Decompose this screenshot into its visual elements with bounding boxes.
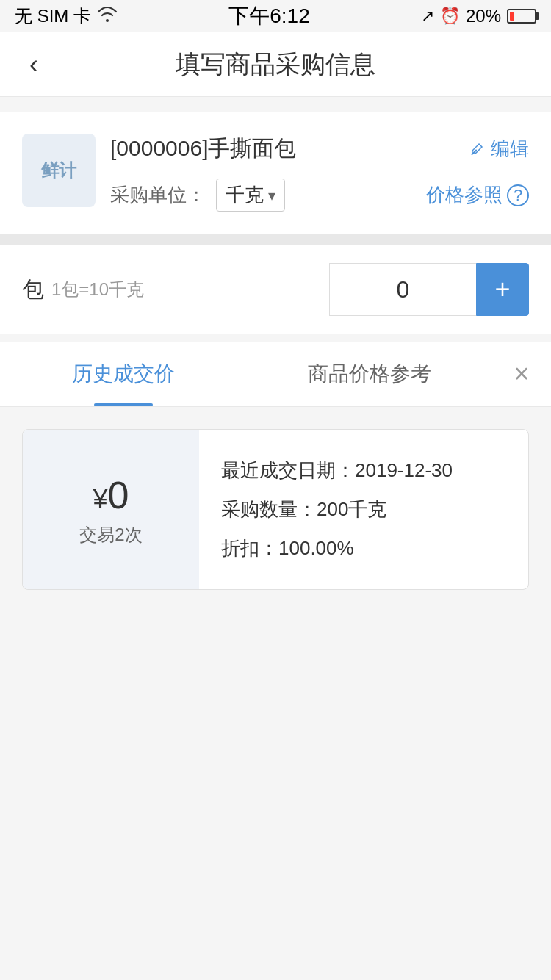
- product-unit-row: 采购单位： 千克 ▾ 价格参照 ?: [110, 179, 529, 212]
- unit-group: 采购单位： 千克 ▾: [110, 179, 285, 212]
- location-icon: ↗: [421, 7, 434, 26]
- quantity-input[interactable]: [329, 263, 476, 316]
- price-amount: ¥0: [93, 473, 129, 517]
- price-card-right: 最近成交日期：2019-12-30 采购数量：200千克 折扣：100.00%: [199, 430, 528, 589]
- nav-bar: ‹ 填写商品采购信息: [0, 32, 551, 97]
- price-card: ¥0 交易2次 最近成交日期：2019-12-30 采购数量：200千克 折扣：…: [22, 429, 529, 590]
- edit-button[interactable]: 编辑: [469, 136, 529, 162]
- status-right: ↗ ⏰ 20%: [421, 6, 536, 26]
- product-info: [0000006]手撕面包 编辑 采购单位： 千克 ▾ 价格参照 ?: [110, 134, 529, 212]
- back-button[interactable]: ‹: [22, 42, 46, 87]
- battery-icon: [507, 9, 536, 24]
- product-name: [0000006]手撕面包: [110, 134, 296, 164]
- product-card: 鲜计 [0000006]手撕面包 编辑 采购单位： 千克 ▾: [0, 112, 551, 234]
- price-card-left: ¥0 交易2次: [23, 430, 199, 589]
- quantity-plus-button[interactable]: +: [476, 263, 529, 316]
- status-time: 下午6:12: [228, 2, 310, 30]
- quantity-label: 包 1包=10千克: [22, 275, 144, 305]
- tab-active-indicator: [94, 403, 153, 406]
- status-carrier: 无 SIM 卡: [15, 4, 118, 28]
- wifi-icon: [97, 6, 118, 26]
- info-icon: ?: [507, 184, 529, 206]
- tab-price-reference[interactable]: 商品价格参考: [246, 342, 492, 406]
- product-thumbnail: 鲜计: [22, 134, 96, 207]
- product-header: [0000006]手撕面包 编辑: [110, 134, 529, 164]
- quantity-row: 包 1包=10千克 +: [0, 245, 551, 334]
- tab-bar: 历史成交价 商品价格参考 ×: [0, 342, 551, 407]
- quantity-input-group: +: [329, 263, 529, 316]
- tab-panel: 历史成交价 商品价格参考 × ¥0 交易2次 最近成交日期：2019-12-30: [0, 342, 551, 612]
- product-logo: 鲜计: [41, 160, 76, 181]
- discount-row: 折扣：100.00%: [221, 534, 506, 563]
- price-ref-button[interactable]: 价格参照 ?: [426, 182, 529, 208]
- alarm-icon: ⏰: [440, 7, 460, 26]
- tab-content: ¥0 交易2次 最近成交日期：2019-12-30 采购数量：200千克 折扣：…: [0, 407, 551, 612]
- tab-history-price[interactable]: 历史成交价: [0, 342, 246, 406]
- chevron-down-icon: ▾: [268, 187, 276, 204]
- purchase-qty-row: 采购数量：200千克: [221, 495, 506, 524]
- price-transaction-count: 交易2次: [79, 523, 142, 547]
- recent-date-row: 最近成交日期：2019-12-30: [221, 456, 506, 485]
- page-title: 填写商品采购信息: [176, 48, 375, 82]
- unit-selector[interactable]: 千克 ▾: [216, 179, 285, 212]
- status-bar: 无 SIM 卡 下午6:12 ↗ ⏰ 20%: [0, 0, 551, 32]
- section-divider: [0, 234, 551, 245]
- tab-close-button[interactable]: ×: [492, 342, 551, 406]
- battery-percent: 20%: [466, 6, 501, 26]
